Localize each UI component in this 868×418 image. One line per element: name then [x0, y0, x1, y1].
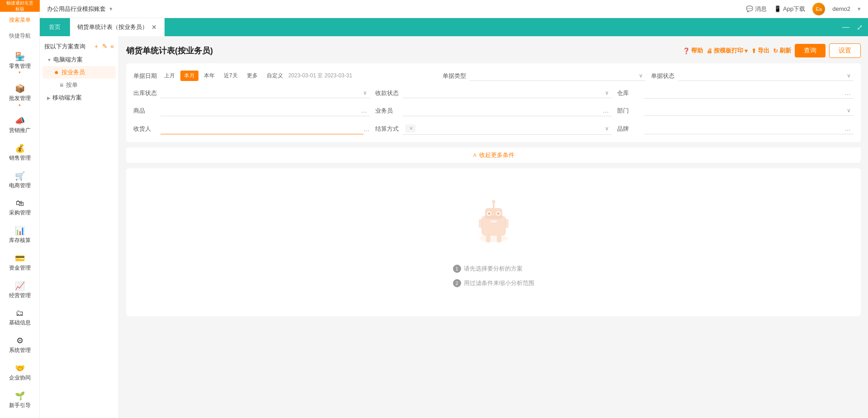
basic-icon: 🗂: [16, 309, 24, 318]
sidebar-item-finance-label: 资金管理: [9, 264, 31, 272]
goods-select[interactable]: …: [160, 105, 370, 116]
date-btn-7days[interactable]: 近7天: [220, 71, 241, 81]
salesperson-label: 业务员: [375, 107, 402, 115]
salesperson-dots[interactable]: …: [603, 107, 609, 114]
sidebar-item-purchase[interactable]: 🛍 采购管理: [0, 194, 40, 221]
query-button[interactable]: 查询: [795, 44, 826, 57]
sidebar-item-operation[interactable]: 📈 经营管理: [0, 276, 40, 304]
filter-field-date: 单据日期 上月 本月 本年 近7天 更多 自定义 2023-03-01 至 20…: [133, 71, 437, 81]
goods-dots[interactable]: …: [361, 107, 367, 114]
sidebar-nav-shortcut[interactable]: 快捷导航: [0, 28, 40, 43]
edit-scheme-btn[interactable]: ✎: [102, 43, 108, 51]
ecom-icon: 🛒: [15, 171, 25, 181]
filter-field-warehouse: 仓库 …: [617, 87, 854, 99]
sidebar-item-enterprise-label: 企业协同: [9, 374, 31, 382]
print-dropdown-arrow[interactable]: ▾: [745, 48, 748, 54]
paymentstatus-select[interactable]: ∨: [402, 88, 612, 98]
print-btn[interactable]: 🖨 按模板打印 ▾: [707, 47, 748, 55]
sidebar-item-stock[interactable]: 📊 库存核算: [0, 221, 40, 249]
date-btn-more[interactable]: 更多: [243, 71, 261, 81]
app-download-btn[interactable]: 📱 App下载: [774, 5, 805, 13]
department-select[interactable]: ∨: [644, 105, 854, 116]
sidebar-item-wholesale-label: 批发管理: [9, 95, 31, 102]
wholesale-icon: 📦: [15, 84, 25, 94]
tab-home-label: 首页: [49, 23, 61, 31]
reset-button[interactable]: 设置: [829, 43, 861, 58]
collapse-panel-btn[interactable]: «: [110, 43, 114, 51]
message-btn[interactable]: 💬 消息: [746, 5, 767, 13]
refresh-btn[interactable]: ↻ 刷新: [773, 47, 791, 55]
warehouse-dots[interactable]: …: [844, 89, 851, 96]
sidebar-item-retail[interactable]: 🏪 零售管理 ▾: [0, 47, 40, 79]
left-panel-header: 按以下方案查询 ＋ ✎ «: [40, 40, 118, 53]
orderstatus-select[interactable]: ∨: [678, 71, 854, 81]
empty-state: 1 请先选择要分析的方案 2 用过滤条件来缩小分析范围: [126, 168, 861, 316]
warehouse-select[interactable]: …: [644, 87, 854, 99]
filter-field-recipient: 收货人 …: [133, 124, 370, 134]
finance-icon: 💳: [15, 253, 25, 263]
sidebar-item-newbie[interactable]: 🌱 新手引导: [0, 386, 40, 414]
system-icon: ⚙: [16, 336, 24, 346]
user-dropdown-arrow[interactable]: ▾: [858, 5, 861, 12]
sidebar-search[interactable]: 搜索菜单: [0, 12, 40, 28]
header-actions: 💬 消息 📱 App下载 Ea demo2 ▾: [746, 3, 861, 15]
sidebar-item-basic[interactable]: 🗂 基础信息: [0, 304, 40, 331]
sidebar-item-enterprise[interactable]: 🤝 企业协同: [0, 359, 40, 386]
settlement-tag-close-btn[interactable]: ×: [410, 125, 413, 132]
help-btn[interactable]: ❓ 帮助: [683, 47, 703, 55]
tab-home[interactable]: 首页: [40, 18, 70, 36]
stockstatus-select[interactable]: ∨: [160, 88, 370, 98]
sidebar-item-system[interactable]: ⚙ 系统管理: [0, 331, 40, 359]
tree-node-by-order[interactable]: ≡ 按单: [40, 79, 118, 91]
retail-icon: 🏪: [15, 52, 25, 62]
industry-dropdown-arrow[interactable]: ▾: [109, 5, 113, 12]
hint-text-2: 用过滤条件来缩小分析范围: [464, 277, 534, 289]
department-chevron: ∨: [847, 107, 851, 114]
sidebar-item-sales[interactable]: 💰 销售管理: [0, 139, 40, 166]
recipient-dots[interactable]: …: [363, 125, 370, 133]
tree-node-pc[interactable]: ▼ 电脑端方案: [40, 53, 118, 66]
tab-minimize-btn[interactable]: —: [840, 21, 851, 33]
filter-row-2: 出库状态 ∨ 收款状态 ∨ 仓库: [133, 87, 854, 99]
tab-sales-stats[interactable]: 销货单统计表（按业务员） ✕: [70, 18, 165, 36]
orderstatus-chevron: ∨: [847, 72, 851, 79]
tab-close-btn[interactable]: ✕: [151, 24, 157, 31]
orderstatus-label: 单据状态: [651, 72, 678, 80]
content-wrapper: 按以下方案查询 ＋ ✎ « ▼ 电脑端方案 ● 按业务员 ≡ 按单 ▶: [40, 36, 868, 418]
tree-node-by-salesperson[interactable]: ● 按业务员: [42, 66, 116, 79]
sidebar-item-ecom[interactable]: 🛒 电商管理: [0, 166, 40, 194]
export-btn[interactable]: ⬆ 导出: [751, 47, 769, 55]
settlement-label: 结算方式: [375, 125, 402, 133]
sidebar-item-appstore[interactable]: 📱 应用中心: [0, 414, 40, 418]
tab-expand-btn[interactable]: ⤢: [855, 21, 864, 33]
left-panel: 按以下方案查询 ＋ ✎ « ▼ 电脑端方案 ● 按业务员 ≡ 按单 ▶: [40, 36, 119, 418]
page-actions: ❓ 帮助 🖨 按模板打印 ▾ ⬆ 导出 ↻ 刷新: [683, 43, 861, 58]
svg-point-5: [488, 213, 490, 215]
brand-select[interactable]: …: [644, 123, 854, 134]
date-btn-thisyear[interactable]: 本年: [200, 71, 218, 81]
date-btn-custom[interactable]: 自定义: [263, 71, 287, 81]
date-btn-lastmonth[interactable]: 上月: [160, 71, 179, 81]
add-scheme-btn[interactable]: ＋: [93, 43, 99, 51]
brand-dots[interactable]: …: [844, 125, 851, 132]
sidebar-item-basic-label: 基础信息: [9, 319, 31, 327]
salesperson-select[interactable]: …: [402, 105, 612, 116]
date-btn-thismonth[interactable]: 本月: [180, 71, 198, 81]
collapse-filter-btn[interactable]: ∧ 收起更多条件: [126, 147, 861, 163]
filter-field-stockstatus: 出库状态 ∨: [133, 88, 370, 98]
page-title-text: 销货单统计表(按业务员): [126, 45, 213, 56]
filter-field-brand: 品牌 …: [617, 123, 854, 134]
tree-node-mobile[interactable]: ▶ 移动端方案: [40, 91, 118, 104]
settlement-select[interactable]: × ∨: [402, 123, 612, 135]
sidebar-item-marketing[interactable]: 📣 营销推广: [0, 111, 40, 139]
refresh-icon: ↻: [773, 48, 778, 54]
recipient-input[interactable]: [160, 124, 363, 134]
ordertype-select[interactable]: ∨: [470, 71, 645, 81]
sidebar-item-wholesale[interactable]: 📦 批发管理 ▴: [0, 79, 40, 111]
sidebar-item-finance[interactable]: 💳 资金管理: [0, 249, 40, 276]
app-download-label: App下载: [783, 5, 805, 13]
filter-field-salesperson: 业务员 …: [375, 105, 612, 116]
by-salesperson-label: 按业务员: [61, 68, 85, 76]
svg-point-0: [479, 235, 508, 242]
user-avatar[interactable]: Ea: [812, 3, 825, 15]
